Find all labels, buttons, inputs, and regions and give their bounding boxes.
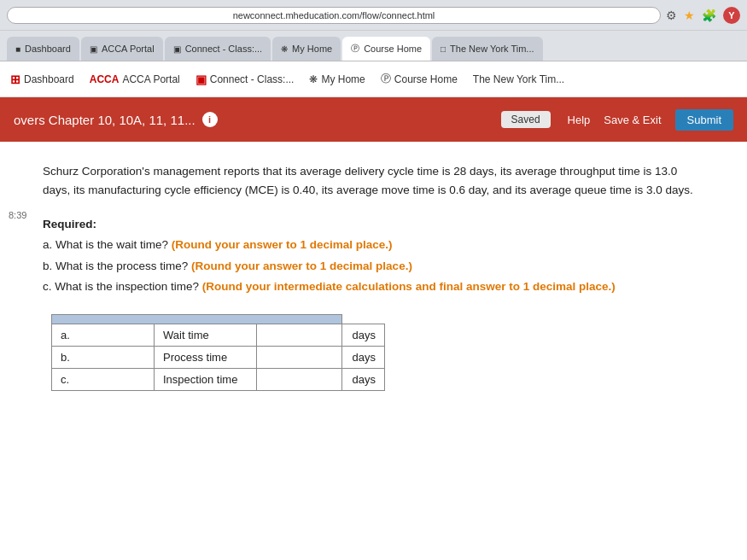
url-bar[interactable]: newconnect.mheducation.com/flow/connect.… [7, 7, 661, 24]
tab-myhome-icon: ❋ [281, 44, 288, 54]
table-row: c. Inspection time days [52, 369, 385, 391]
info-icon[interactable]: i [202, 112, 218, 127]
tab-coursehome-label: Course Home [364, 44, 422, 54]
required-part-a: a. What is the wait time? (Round your an… [43, 235, 704, 255]
tab-dashboard-icon: ■ [15, 44, 20, 54]
required-label: Required: [43, 218, 96, 230]
tab-myhome[interactable]: ❋ My Home [272, 37, 341, 61]
required-section: Required: a. What is the wait time? (Rou… [43, 214, 704, 297]
nav-connect[interactable]: ▣ Connect - Class:... [196, 73, 295, 86]
nav-myhome[interactable]: ❋ My Home [309, 73, 365, 85]
nav-connect-icon: ▣ [196, 73, 207, 86]
row-b-id: b. [52, 347, 155, 369]
row-c-input-cell[interactable] [257, 369, 342, 391]
tab-dashboard[interactable]: ■ Dashboard [7, 37, 79, 61]
page-title-area: overs Chapter 10, 10A, 11, 11... i [14, 112, 484, 127]
tab-coursehome-icon: Ⓟ [351, 43, 359, 55]
row-a-input[interactable] [257, 324, 341, 346]
help-button[interactable]: Help [568, 114, 591, 126]
submit-button[interactable]: Submit [675, 109, 733, 131]
page-header: overs Chapter 10, 10A, 11, 11... i Saved… [0, 97, 747, 142]
tab-acca-icon: ▣ [90, 44, 97, 54]
nav-dashboard[interactable]: ⊞ Dashboard [10, 73, 74, 86]
required-part-b: b. What is the process time? (Round your… [43, 256, 704, 277]
nav-connect-label: Connect - Class:... [210, 73, 295, 85]
page-title-text: overs Chapter 10, 10A, 11, 11... [14, 113, 196, 127]
row-b-unit: days [342, 347, 385, 369]
nav-coursehome-icon: Ⓟ [381, 72, 391, 86]
row-a-label: Wait time [155, 324, 257, 347]
tab-acca-label: ACCA Portal [102, 44, 155, 54]
nav-myhome-star-icon: ❋ [309, 73, 318, 85]
tab-acca[interactable]: ▣ ACCA Portal [81, 37, 163, 61]
tab-connect-label: Connect - Class:... [185, 44, 262, 54]
part-b-note: (Round your answer to 1 decimal place.) [191, 260, 412, 272]
part-a-note: (Round your answer to 1 decimal place.) [172, 238, 393, 251]
row-c-label: Inspection time [155, 369, 257, 391]
problem-text: Schurz Corporation's management reports … [43, 162, 704, 199]
nav-dashboard-icon: ⊞ [10, 73, 20, 86]
nav-nytimes-label: The New York Tim... [473, 73, 564, 85]
url-text: newconnect.mheducation.com/flow/connect.… [233, 10, 435, 20]
row-c-unit: days [342, 369, 385, 391]
answer-table-container: a. Wait time days b. Process time days [51, 314, 704, 391]
browser-bar: newconnect.mheducation.com/flow/connect.… [0, 0, 747, 31]
nav-myhome-label: My Home [321, 73, 365, 85]
row-a-input-cell[interactable] [257, 324, 342, 347]
tab-nytimes[interactable]: □ The New York Tim... [432, 37, 542, 61]
tab-connect[interactable]: ▣ Connect - Class:... [165, 37, 271, 61]
nav-dashboard-label: Dashboard [24, 73, 74, 85]
nav-nytimes[interactable]: The New York Tim... [473, 73, 564, 85]
bookmark-icon[interactable]: ★ [684, 9, 695, 22]
tab-nytimes-icon: □ [441, 44, 446, 54]
required-part-c: c. What is the inspection time? (Round y… [43, 277, 704, 297]
nav-acca[interactable]: ACCA ACCA Portal [90, 73, 180, 85]
table-row: b. Process time days [52, 347, 385, 369]
nav-acca-label: ACCA Portal [122, 73, 179, 85]
row-b-input[interactable] [257, 347, 341, 368]
nav-coursehome-label: Course Home [394, 73, 458, 85]
row-b-input-cell[interactable] [257, 347, 342, 369]
row-a-unit: days [342, 324, 385, 347]
extensions-icon[interactable]: 🧩 [702, 9, 716, 22]
saved-badge: Saved [501, 111, 551, 128]
user-avatar[interactable]: Y [723, 7, 740, 24]
part-c-note: (Round your intermediate calculations an… [202, 280, 616, 293]
settings-icon[interactable]: ⚙ [666, 9, 677, 22]
tab-dashboard-label: Dashboard [25, 44, 71, 54]
row-c-input[interactable] [257, 369, 341, 390]
tab-connect-icon: ▣ [173, 44, 181, 54]
timestamp: 8:39 [9, 210, 26, 220]
save-exit-button[interactable]: Save & Exit [604, 114, 661, 126]
main-content: 8:39 Schurz Corporation's management rep… [0, 142, 747, 560]
row-b-label: Process time [155, 347, 257, 369]
tab-myhome-label: My Home [292, 44, 332, 54]
browser-icons: ⚙ ★ 🧩 Y [666, 7, 740, 24]
tab-coursehome[interactable]: Ⓟ Course Home [342, 37, 430, 61]
app-nav: ⊞ Dashboard ACCA ACCA Portal ▣ Connect -… [0, 61, 747, 97]
table-row: a. Wait time days [52, 324, 385, 347]
nav-coursehome[interactable]: Ⓟ Course Home [381, 72, 458, 86]
nav-acca-icon: ACCA [90, 73, 120, 85]
tab-nytimes-label: The New York Tim... [450, 44, 534, 54]
table-header [52, 315, 342, 324]
tab-bar: ■ Dashboard ▣ ACCA Portal ▣ Connect - Cl… [0, 31, 747, 61]
row-a-id: a. [52, 324, 155, 347]
header-actions: Help Save & Exit Submit [568, 109, 733, 131]
part-c-text: c. What is the inspection time? [43, 280, 202, 293]
part-b-text: b. What is the process time? [43, 260, 191, 272]
answer-table: a. Wait time days b. Process time days [51, 314, 385, 391]
row-c-id: c. [52, 369, 155, 391]
part-a-text: a. What is the wait time? [43, 238, 172, 251]
